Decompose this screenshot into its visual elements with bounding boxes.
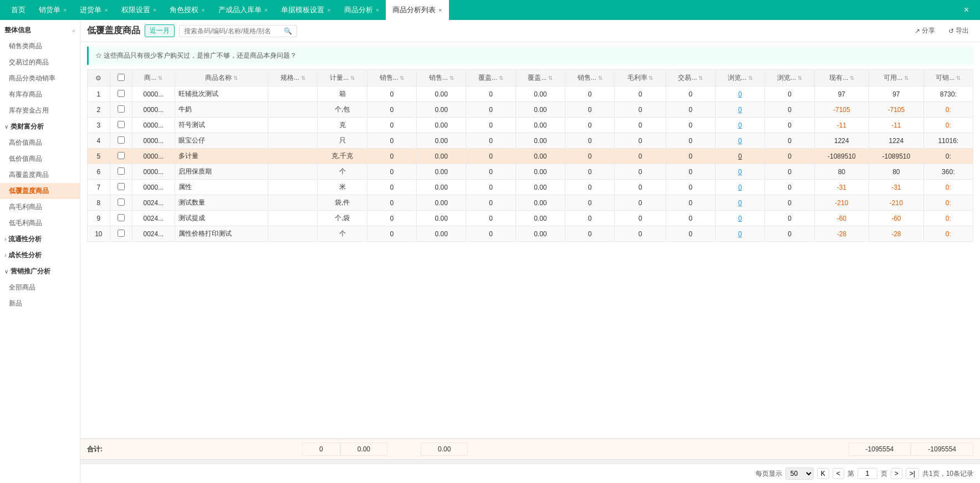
- row-select-checkbox[interactable]: [118, 136, 125, 144]
- row-ll1[interactable]: 0: [716, 164, 765, 180]
- row-checkbox[interactable]: [110, 133, 132, 149]
- sidebar-item-inventory-capital[interactable]: 库存资金占用: [0, 103, 80, 119]
- row-checkbox[interactable]: [110, 164, 132, 180]
- nav-product-analysis[interactable]: 商品分析 ×: [338, 0, 386, 20]
- col-margin[interactable]: 毛利率: [615, 70, 666, 87]
- row-ll1[interactable]: 0: [716, 118, 765, 133]
- nav-template-close[interactable]: ×: [327, 7, 330, 13]
- sidebar-growth-header[interactable]: › 成长性分析: [0, 247, 80, 263]
- sidebar-collapse-toggle[interactable]: 整体信息 «: [0, 22, 80, 38]
- row-checkbox[interactable]: [110, 180, 132, 195]
- sidebar-item-high-coverage[interactable]: 高覆盖度商品: [0, 167, 80, 183]
- page-size-select[interactable]: 50 100 200: [785, 467, 814, 480]
- nav-permission-close[interactable]: ×: [153, 7, 156, 13]
- nav-role-close[interactable]: ×: [201, 7, 205, 13]
- row-select-checkbox[interactable]: [118, 167, 125, 175]
- row-select-checkbox[interactable]: [118, 183, 125, 190]
- settings-col-btn[interactable]: ⚙: [88, 70, 110, 87]
- row-select-checkbox[interactable]: [118, 90, 125, 97]
- sidebar-marketing-header[interactable]: ∨ 营销推广分析: [0, 263, 80, 279]
- row-ll1[interactable]: 0: [716, 226, 765, 242]
- col-saleable[interactable]: 可销...: [923, 70, 973, 87]
- sidebar-item-sales-goods[interactable]: 销售类商品: [0, 38, 80, 54]
- row-select-checkbox[interactable]: [118, 121, 125, 128]
- nav-sales[interactable]: 销货单 ×: [32, 0, 73, 20]
- nav-purchase[interactable]: 进货单 ×: [73, 0, 114, 20]
- nav-purchase-close[interactable]: ×: [104, 7, 108, 13]
- nav-template[interactable]: 单据模板设置 ×: [274, 0, 337, 20]
- row-checkbox[interactable]: [110, 211, 132, 226]
- row-select-checkbox[interactable]: [118, 214, 125, 221]
- col-code[interactable]: 商...: [132, 70, 175, 87]
- sidebar-liquidity-header[interactable]: › 流通性分析: [0, 231, 80, 247]
- nav-product-analysis-list-close[interactable]: ×: [438, 7, 442, 13]
- sidebar-item-stocked-goods[interactable]: 有库存商品: [0, 87, 80, 103]
- select-all-checkbox[interactable]: [118, 74, 125, 81]
- nav-product-analysis-list[interactable]: 商品分析列表 ×: [386, 0, 448, 20]
- window-close-btn[interactable]: ×: [957, 5, 976, 15]
- col-sales1[interactable]: 销售...: [367, 70, 416, 87]
- filter-period-btn[interactable]: 近一月: [145, 24, 175, 37]
- row-checkbox[interactable]: [110, 226, 132, 242]
- row-ll1[interactable]: 0: [716, 211, 765, 226]
- sidebar-item-category-rate[interactable]: 商品分类动销率: [0, 70, 80, 87]
- col-available2[interactable]: 可用...: [869, 70, 923, 87]
- sidebar-item-traded-goods[interactable]: 交易过的商品: [0, 54, 80, 70]
- nav-sales-close[interactable]: ×: [63, 7, 67, 13]
- col-available1[interactable]: 现有...: [814, 70, 869, 87]
- sidebar-item-new-goods[interactable]: 新品: [0, 296, 80, 312]
- row-ll1[interactable]: 0: [716, 195, 765, 211]
- sidebar-item-high-value[interactable]: 高价值商品: [0, 135, 80, 151]
- col-name[interactable]: 商品名称: [175, 70, 268, 87]
- last-page-btn[interactable]: >|: [906, 468, 919, 479]
- next-page-btn[interactable]: >: [891, 468, 902, 479]
- nav-product-analysis-close[interactable]: ×: [376, 7, 379, 13]
- row-s3: 0: [565, 87, 615, 102]
- first-page-btn[interactable]: K: [817, 468, 829, 479]
- col-coverage2[interactable]: 覆盖...: [515, 70, 565, 87]
- row-checkbox[interactable]: [110, 195, 132, 211]
- col-spec[interactable]: 规格...: [268, 70, 318, 87]
- sidebar-item-low-value[interactable]: 低价值商品: [0, 151, 80, 167]
- row-ll1[interactable]: 0: [716, 87, 765, 102]
- nav-production-close[interactable]: ×: [264, 7, 268, 13]
- sidebar-item-all-goods[interactable]: 全部商品: [0, 279, 80, 296]
- prev-page-btn[interactable]: <: [833, 468, 844, 479]
- row-ll1[interactable]: 0: [716, 133, 765, 149]
- row-select-checkbox[interactable]: [118, 152, 125, 159]
- horizontal-scrollbar[interactable]: [80, 459, 980, 464]
- row-select-checkbox[interactable]: [118, 105, 125, 113]
- search-icon[interactable]: 🔍: [284, 27, 292, 35]
- row-select-checkbox[interactable]: [118, 230, 125, 237]
- col-browse2[interactable]: 浏览...: [765, 70, 814, 87]
- row-s2: 0.00: [417, 211, 466, 226]
- row-select-checkbox[interactable]: [118, 199, 125, 206]
- nav-role[interactable]: 角色授权 ×: [163, 0, 211, 20]
- col-transaction[interactable]: 交易...: [666, 70, 715, 87]
- row-ll1[interactable]: 0: [716, 149, 765, 164]
- col-coverage1[interactable]: 覆盖...: [466, 70, 515, 87]
- nav-permission[interactable]: 权限设置 ×: [115, 0, 163, 20]
- row-checkbox[interactable]: [110, 102, 132, 118]
- page-number-input[interactable]: [858, 468, 877, 479]
- row-s3: 0: [565, 164, 615, 180]
- row-ll1[interactable]: 0: [716, 102, 765, 118]
- col-browse1[interactable]: 浏览...: [716, 70, 765, 87]
- share-btn[interactable]: ↗ 分享: [910, 24, 940, 37]
- row-checkbox[interactable]: [110, 149, 132, 164]
- col-sales3[interactable]: 销售...: [565, 70, 615, 87]
- row-checkbox[interactable]: [110, 118, 132, 133]
- row-checkbox[interactable]: [110, 87, 132, 102]
- sidebar-item-high-margin[interactable]: 高毛利商品: [0, 199, 80, 215]
- sidebar-item-low-margin[interactable]: 低毛利商品: [0, 215, 80, 231]
- col-unit[interactable]: 计量...: [318, 70, 367, 87]
- nav-production[interactable]: 产成品入库单 ×: [212, 0, 274, 20]
- sidebar-financial-header[interactable]: ∨ 类财富分析: [0, 119, 80, 135]
- export-btn[interactable]: ↺ 导出: [944, 24, 973, 37]
- col-sales2[interactable]: 销售...: [417, 70, 466, 87]
- row-ll1[interactable]: 0: [716, 180, 765, 195]
- search-input[interactable]: [184, 27, 284, 35]
- col-checkbox[interactable]: [110, 70, 132, 87]
- sidebar-item-low-coverage[interactable]: 低覆盖度商品: [0, 183, 80, 199]
- nav-home[interactable]: 首页: [4, 0, 32, 20]
